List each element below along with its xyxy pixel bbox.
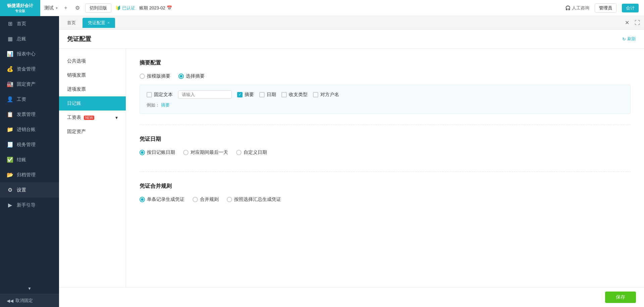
checkbox-summary[interactable]: 摘要 (237, 92, 254, 98)
sidebar-item-home[interactable]: ⊞ 首页 (0, 16, 59, 31)
funds-icon: 💰 (7, 66, 13, 72)
radio-label: 合并规则 (200, 196, 219, 203)
settings-icon[interactable]: ⚙ (74, 3, 81, 12)
left-nav-sales-invoice[interactable]: 销项发票 (59, 68, 126, 82)
checkbox-counterpart[interactable]: 对方户名 (313, 92, 339, 98)
checkbox-box (281, 92, 287, 97)
sidebar-item-label: 归档管理 (17, 172, 36, 178)
company-name: 测试 (44, 5, 54, 11)
radio-merge-rule[interactable]: 合并规则 (193, 196, 219, 203)
radio-template-summary[interactable]: 按模版摘要 (140, 73, 170, 79)
unpin-btn[interactable]: ◀◀ 取消固定 (0, 294, 59, 307)
guide-icon: ▶ (7, 202, 13, 208)
save-btn[interactable]: 保存 (605, 292, 636, 303)
sidebar: ⊞ 首页 ▦ 总账 📊 报表中心 💰 资金管理 🏭 固定资产 👤 工资 📋 发票… (0, 16, 59, 307)
refresh-btn[interactable]: ↻ 刷新 (622, 36, 636, 42)
settings-icon: ⚙ (7, 187, 13, 193)
checkbox-label: 摘要 (245, 92, 254, 98)
close-icon[interactable]: × (107, 20, 110, 25)
preview-label: 例如： (147, 102, 160, 107)
left-nav: 公共选项 销项发票 进项发票 日记账 工资表 NEW ▾ (59, 49, 126, 287)
sidebar-item-assets[interactable]: 🏭 固定资产 (0, 77, 59, 92)
admin-btn[interactable]: 管理员 (595, 3, 616, 13)
sidebar-item-sales[interactable]: 📁 进销台账 (0, 122, 59, 137)
checkbox-pay-type[interactable]: 收支类型 (281, 92, 308, 98)
calendar-icon: 📅 (167, 5, 172, 10)
checkout-icon: ✅ (7, 157, 13, 163)
left-nav-fixed-assets[interactable]: 固定资产 (59, 125, 126, 139)
unpin-icon: ◀◀ (7, 298, 13, 303)
radio-circle (227, 197, 232, 202)
left-nav-public[interactable]: 公共选项 (59, 54, 126, 68)
new-badge: NEW (84, 116, 94, 120)
tab-home-label: 首页 (67, 20, 76, 26)
consult-btn[interactable]: 🎧 人工咨询 (565, 5, 589, 11)
switch-old-btn[interactable]: 切到旧版 (85, 3, 111, 13)
checkbox-label: 对方户名 (320, 92, 339, 98)
sidebar-item-label: 新手引导 (17, 202, 36, 208)
checkbox-label: 日期 (267, 92, 276, 98)
left-nav-payroll[interactable]: 工资表 NEW ▾ (59, 111, 126, 125)
period-display: 账期 2023-02 📅 (139, 5, 172, 11)
checkbox-box (313, 92, 318, 97)
fixed-text-input[interactable] (178, 90, 232, 99)
radio-circle (140, 74, 145, 79)
expand-btn[interactable]: ⛶ (633, 18, 641, 27)
preview-text: 例如： 摘要 (147, 102, 624, 108)
tab-home[interactable]: 首页 (62, 18, 81, 28)
tax-icon: 🧾 (7, 141, 13, 148)
tabs-actions: ✕ ⛶ (624, 18, 641, 27)
merge-rules-radio-group: 单条记录生成凭证 合并规则 按照选择汇总生成凭证 (140, 196, 631, 203)
refresh-icon: ↻ (622, 37, 626, 42)
radio-diary-date[interactable]: 按日记账日期 (140, 149, 175, 156)
sidebar-item-label: 设置 (17, 187, 26, 193)
company-selector[interactable]: 测试 ▾ (44, 5, 58, 11)
logo-sub: 专业版 (15, 9, 25, 13)
voucher-date-radio-group: 按日记账日期 对应期间最后一天 自定义日期 (140, 149, 631, 156)
role-btn[interactable]: 会计 (622, 4, 639, 12)
sidebar-item-funds[interactable]: 💰 资金管理 (0, 61, 59, 77)
sidebar-item-salary[interactable]: 👤 工资 (0, 92, 59, 107)
left-nav-diary[interactable]: 日记账 (59, 96, 126, 111)
tab-voucher-config[interactable]: 凭证配置 × (83, 18, 115, 28)
sidebar-item-settings[interactable]: ⚙ 设置 (0, 182, 59, 198)
add-button[interactable]: ＋ (62, 3, 70, 13)
inner-layout: 公共选项 销项发票 进项发票 日记账 工资表 NEW ▾ (59, 49, 644, 287)
sidebar-item-tax[interactable]: 🧾 税务管理 (0, 137, 59, 152)
radio-custom-date[interactable]: 自定义日期 (236, 149, 267, 156)
sidebar-item-guide[interactable]: ▶ 新手引导 (0, 198, 59, 213)
radio-label: 按模版摘要 (147, 73, 170, 79)
tabs-bar: 首页 凭证配置 × ✕ ⛶ (59, 16, 644, 30)
sidebar-item-label: 发票管理 (17, 112, 36, 118)
sidebar-item-checkout[interactable]: ✅ 结账 (0, 152, 59, 167)
left-nav-label: 销项发票 (67, 72, 86, 78)
save-bar: 保存 (59, 287, 644, 307)
radio-summarize[interactable]: 按照选择汇总生成凭证 (227, 196, 281, 203)
reports-icon: 📊 (7, 51, 13, 57)
sidebar-item-ledger[interactable]: ▦ 总账 (0, 31, 59, 46)
radio-period-last-day[interactable]: 对应期间最后一天 (183, 149, 228, 156)
left-nav-purchase-invoice[interactable]: 进项发票 (59, 82, 126, 96)
sidebar-item-label: 固定资产 (17, 81, 36, 87)
unpin-label: 取消固定 (15, 298, 33, 304)
radio-select-summary[interactable]: 选择摘要 (178, 73, 205, 79)
radio-circle-checked (178, 74, 184, 79)
radio-label: 选择摘要 (186, 73, 205, 79)
sidebar-item-archive[interactable]: 📂 归档管理 (0, 167, 59, 182)
checkbox-label: 固定文本 (154, 92, 173, 98)
radio-circle (183, 150, 189, 155)
page-header: 凭证配置 ↻ 刷新 (59, 30, 644, 49)
radio-circle (193, 197, 198, 202)
checkbox-fixed-text[interactable]: 固定文本 (147, 92, 173, 98)
summary-options-panel: 固定文本 摘要 日期 (140, 85, 631, 114)
period-label: 账期 (139, 5, 148, 11)
radio-label: 单条记录生成凭证 (147, 196, 184, 203)
radio-single-record[interactable]: 单条记录生成凭证 (140, 196, 184, 203)
close-panel-btn[interactable]: ✕ (624, 18, 631, 27)
sidebar-item-label: 资金管理 (17, 66, 36, 72)
sidebar-item-invoice[interactable]: 📋 发票管理 (0, 107, 59, 122)
scroll-down-btn[interactable]: ▼ (0, 283, 59, 294)
sidebar-item-reports[interactable]: 📊 报表中心 (0, 46, 59, 61)
sidebar-item-label: 结账 (17, 157, 26, 163)
checkbox-date[interactable]: 日期 (259, 92, 276, 98)
